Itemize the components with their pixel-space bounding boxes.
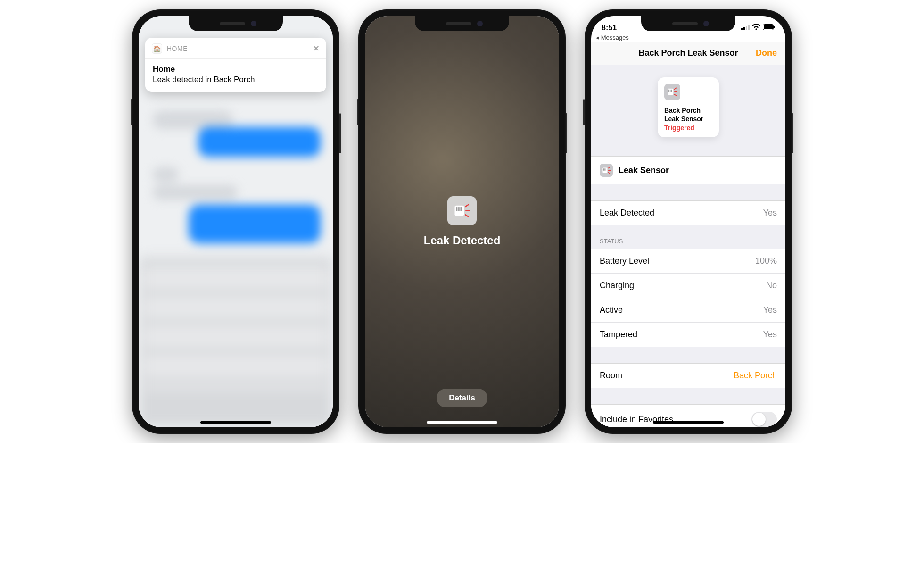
svg-rect-12 (669, 90, 670, 92)
svg-rect-18 (605, 168, 606, 170)
svg-rect-6 (746, 26, 747, 30)
section-header-leak-sensor: Leak Sensor (591, 157, 785, 184)
page-title: Back Porch Leak Sensor (638, 48, 738, 58)
row-label: Charging (600, 281, 634, 291)
row-charging: Charging No (591, 274, 785, 298)
sensor-hero: Back Porch Leak Sensor Triggered (591, 65, 785, 156)
leak-detected-title: Leak Detected (424, 234, 501, 247)
row-leak-detected: Leak Detected Yes (591, 201, 785, 225)
notification-card[interactable]: 🏠 HOME ✕ Home Leak detected in Back Porc… (145, 38, 326, 92)
leak-sensor-icon (664, 84, 680, 100)
phone-frame-3: 8:51 ◂ Messages Back Porch Leak Sensor D… (585, 9, 792, 434)
row-label: Battery Level (600, 256, 649, 266)
phone-frame-2: Leak Detected Details (358, 9, 566, 434)
row-label: Tampered (600, 330, 637, 340)
svg-rect-17 (604, 168, 605, 170)
notification-app-label: HOME (167, 45, 308, 52)
notification-header: 🏠 HOME ✕ (145, 38, 326, 59)
screen-leak-popup: Leak Detected Details (365, 16, 559, 427)
sensor-status: Triggered (664, 124, 712, 132)
status-group-header: STATUS (591, 225, 785, 249)
details-button[interactable]: Details (437, 389, 487, 407)
svg-rect-1 (456, 207, 458, 211)
status-time: 8:51 (602, 24, 617, 32)
favorites-toggle[interactable] (751, 412, 777, 427)
notification-title: Home (153, 65, 319, 74)
svg-rect-3 (461, 207, 462, 211)
notch (641, 16, 735, 31)
home-app-icon: 🏠 (152, 43, 162, 54)
row-battery-level: Battery Level 100% (591, 249, 785, 274)
home-indicator[interactable] (427, 421, 497, 424)
row-value: Back Porch (734, 371, 777, 381)
sensor-name-line1: Back Porch (664, 107, 712, 115)
row-value: 100% (755, 256, 777, 266)
notch (189, 16, 283, 31)
row-tampered: Tampered Yes (591, 323, 785, 347)
svg-rect-4 (741, 28, 742, 30)
svg-rect-7 (748, 25, 750, 30)
navigation-bar: Back Porch Leak Sensor Done (591, 42, 785, 65)
notification-message: Leak detected in Back Porch. (153, 75, 319, 84)
battery-icon (763, 24, 775, 32)
leak-overlay: Leak Detected (365, 16, 559, 427)
svg-rect-14 (671, 90, 672, 92)
row-value: Yes (763, 305, 777, 315)
svg-rect-9 (764, 25, 773, 29)
screen-notification: 🏠 HOME ✕ Home Leak detected in Back Porc… (139, 16, 333, 427)
row-room[interactable]: Room Back Porch (591, 364, 785, 388)
home-indicator[interactable] (200, 421, 271, 424)
sensor-name-line2: Leak Sensor (664, 115, 712, 124)
row-label: Room (600, 371, 622, 381)
leak-sensor-icon (600, 164, 613, 177)
back-app-label: Messages (601, 34, 629, 41)
svg-rect-13 (670, 90, 671, 92)
screen-sensor-details: 8:51 ◂ Messages Back Porch Leak Sensor D… (591, 16, 785, 427)
svg-rect-5 (743, 27, 745, 30)
row-label: Leak Detected (600, 208, 654, 218)
cellular-icon (741, 24, 750, 32)
close-icon[interactable]: ✕ (313, 43, 320, 54)
svg-rect-10 (774, 26, 775, 28)
wifi-icon (752, 24, 760, 32)
notification-body: Home Leak detected in Back Porch. (145, 59, 326, 92)
home-indicator[interactable] (653, 421, 724, 424)
row-include-favorites: Include in Favorites (591, 405, 785, 427)
section-header-label: Leak Sensor (619, 166, 669, 175)
back-to-app[interactable]: ◂ Messages (596, 34, 629, 41)
row-label: Active (600, 305, 623, 315)
svg-rect-2 (458, 207, 460, 211)
done-button[interactable]: Done (756, 48, 777, 58)
row-value: No (766, 281, 777, 291)
settings-content[interactable]: Back Porch Leak Sensor Triggered (591, 65, 785, 427)
row-value: Yes (763, 330, 777, 340)
sensor-tile[interactable]: Back Porch Leak Sensor Triggered (658, 77, 719, 137)
notch (415, 16, 509, 31)
svg-rect-16 (603, 168, 604, 170)
row-active: Active Yes (591, 298, 785, 323)
row-value: Yes (763, 208, 777, 218)
leak-sensor-icon (447, 196, 477, 225)
phone-frame-1: 🏠 HOME ✕ Home Leak detected in Back Porc… (132, 9, 339, 434)
